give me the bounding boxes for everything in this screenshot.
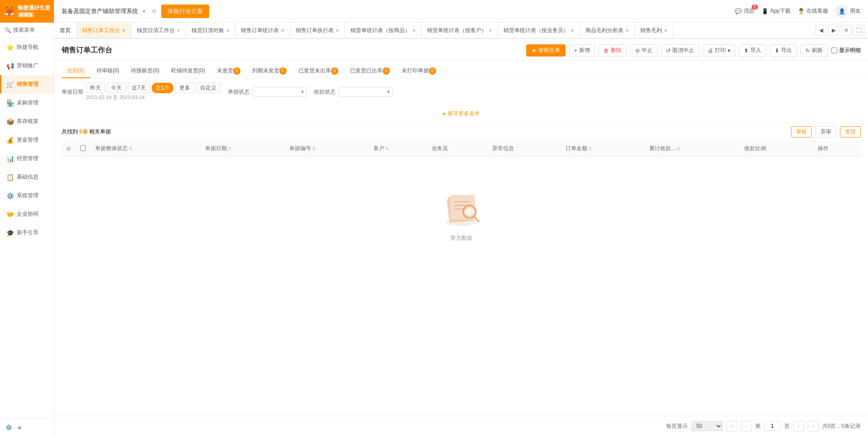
- sidebar-item-guide[interactable]: 🎓 新手引导: [0, 223, 54, 242]
- date-btn-today[interactable]: 今天: [107, 83, 126, 93]
- collapse-icon[interactable]: ◀: [17, 424, 21, 431]
- tab-close-cash-reconcile[interactable]: ✕: [226, 28, 230, 33]
- sidebar-item-inventory[interactable]: 📦 库存核算: [0, 112, 54, 131]
- delete-button[interactable]: 🗑 删除: [599, 44, 627, 57]
- page-next-button[interactable]: ›: [793, 421, 804, 431]
- date-btn-1month[interactable]: 近1月: [152, 83, 174, 93]
- date-btn-custom[interactable]: 自定义: [196, 83, 221, 93]
- sidebar-item-base-info[interactable]: 📋 基础信息: [0, 168, 54, 186]
- tab-close-all[interactable]: ✕: [841, 25, 852, 36]
- expand-filter-button[interactable]: ▾ 展开更多条件: [443, 110, 480, 118]
- sidebar-item-sales[interactable]: 🛒 销售管理: [0, 75, 54, 94]
- cancel-stop-button[interactable]: ↺ 取消中止: [661, 44, 699, 57]
- tab-sales-order[interactable]: 销售订单工作台✕: [77, 23, 131, 38]
- subtab-expired-not-shipped[interactable]: 到期未发货0: [247, 64, 292, 78]
- page-size-select[interactable]: 50 10 20 100: [691, 421, 723, 431]
- subtab-shipped-out[interactable]: 已发货已出库0: [345, 64, 395, 78]
- page-input[interactable]: [764, 422, 781, 431]
- subtab-shipped-not-out[interactable]: 已发货未出库0: [293, 64, 344, 78]
- message-icon-item[interactable]: 💬 消息 6: [735, 7, 754, 15]
- subtab-wangpu-pending[interactable]: 旺铺待发货(0): [166, 64, 211, 78]
- show-detail-checkbox-label[interactable]: 显示明细: [831, 47, 861, 54]
- sidebar-search[interactable]: 🔍 搜索菜单: [0, 23, 54, 38]
- tab-close-sales-stats[interactable]: ✕: [281, 28, 284, 33]
- tab-sales-gross[interactable]: 销售毛利✕: [635, 23, 673, 38]
- tab-sales-stats[interactable]: 销售订单统计表✕: [235, 23, 290, 38]
- tab-sale-stats-employee[interactable]: 销货单统计表（按业务员）✕: [498, 23, 580, 38]
- subtab-all[interactable]: 全部(0): [62, 64, 90, 78]
- tab-close-cash-day[interactable]: ✕: [177, 28, 180, 33]
- stop-button[interactable]: ⊘ 中止: [630, 44, 657, 57]
- date-btn-yesterday[interactable]: 昨天: [86, 83, 105, 93]
- page-prev-button[interactable]: ‹: [741, 421, 752, 431]
- refresh-button[interactable]: ↻ 刷新: [801, 44, 828, 57]
- page-first-button[interactable]: «: [726, 421, 737, 431]
- sidebar-item-marketing[interactable]: 📢 营销推广: [0, 57, 54, 75]
- print-button[interactable]: 🖨 打印 ▾: [703, 44, 735, 57]
- cancel-audit-button[interactable]: 弃审: [815, 126, 836, 137]
- new-button[interactable]: + 新增: [569, 44, 595, 57]
- tab-close-sales-order[interactable]: ✕: [122, 28, 125, 33]
- page-next-label: 页: [784, 422, 790, 430]
- sort-status-icon[interactable]: ⇅: [129, 146, 132, 151]
- export-button[interactable]: ⬇ 导出: [770, 44, 797, 57]
- page-last-button[interactable]: »: [808, 421, 819, 431]
- tab-close-sale-stats-employee[interactable]: ✕: [571, 28, 574, 33]
- dropdown-icon[interactable]: ▾: [143, 8, 145, 14]
- sort-customer-icon[interactable]: ⇅: [385, 146, 389, 151]
- tab-goods-margin[interactable]: 商品毛利分析表✕: [580, 23, 635, 38]
- sort-number-icon[interactable]: ⇅: [312, 146, 316, 151]
- subtab-pending-inspect[interactable]: 待拣验货(0): [125, 64, 165, 78]
- tab-home[interactable]: 首页: [54, 23, 77, 38]
- import-button[interactable]: ⬆ 导入: [739, 44, 766, 57]
- select-all-checkbox[interactable]: [80, 145, 86, 151]
- date-btn-more[interactable]: 更多: [175, 83, 194, 93]
- export-icon: ⬇: [775, 47, 779, 54]
- tab-close-sales-gross[interactable]: ✕: [664, 28, 667, 33]
- user-item[interactable]: 👤 用友: [835, 5, 861, 18]
- tab-cash-day[interactable]: 钱货日清工作台✕: [131, 23, 186, 38]
- th-checkbox[interactable]: [76, 141, 91, 156]
- status-select[interactable]: [252, 87, 307, 97]
- nav-icon-enterprise: 🤝: [6, 211, 14, 218]
- date-btn-7days[interactable]: 近7天: [128, 83, 150, 93]
- sidebar-item-finance[interactable]: 💰 资金管理: [0, 131, 54, 149]
- message-icon: 💬: [735, 8, 742, 14]
- sidebar-item-quick-nav[interactable]: ⭐ 快捷导航: [0, 38, 54, 57]
- tab-close-sales-exec[interactable]: ✕: [336, 28, 339, 33]
- sort-date-icon[interactable]: ⇅: [228, 146, 231, 151]
- solution-button[interactable]: 体验行业方案: [161, 5, 209, 18]
- tab-close-goods-margin[interactable]: ✕: [625, 28, 629, 33]
- tab-fullscreen[interactable]: ⛶: [854, 25, 864, 36]
- app-download-item[interactable]: 📱 App下载: [762, 7, 791, 15]
- sidebar-item-purchase[interactable]: 🏪 采购管理: [0, 94, 54, 112]
- tab-close-sale-stats-product[interactable]: ✕: [412, 28, 416, 33]
- ship-button[interactable]: 发货: [840, 126, 861, 137]
- th-settings[interactable]: ⚙: [62, 141, 76, 156]
- audit-button[interactable]: 审核: [791, 126, 812, 137]
- subtab-pending-audit[interactable]: 待审核(0): [91, 64, 125, 78]
- tab-sales-exec[interactable]: 销售订单执行表✕: [290, 23, 345, 38]
- sort-collected-icon[interactable]: ⇅: [676, 146, 680, 151]
- tab-sale-stats-customer[interactable]: 销货单统计表（按客户）✕: [422, 23, 498, 38]
- sidebar-item-operations[interactable]: 📊 经营管理: [0, 149, 54, 168]
- settings-topbar-icon[interactable]: ⚙: [152, 8, 157, 14]
- tab-scroll-right[interactable]: ▶: [828, 25, 839, 36]
- nav-label-base-info: 基础信息: [17, 173, 38, 181]
- tab-scroll-left[interactable]: ◀: [815, 25, 826, 36]
- settings-icon[interactable]: ⚙️: [5, 424, 12, 431]
- tab-cash-reconcile[interactable]: 钱货日清对账✕: [186, 23, 235, 38]
- subtab-not-shipped[interactable]: 未发货0: [211, 64, 246, 78]
- th-customer: 客户⇅: [369, 141, 427, 156]
- sidebar-item-system[interactable]: ⚙️ 系统管理: [0, 186, 54, 205]
- subtab-not-printed[interactable]: 未打印单据0: [396, 64, 441, 78]
- smart-order-button[interactable]: ★ 智能生单: [526, 44, 566, 57]
- show-detail-checkbox[interactable]: [831, 47, 837, 53]
- tab-sale-stats-product[interactable]: 销货单统计表（按商品）✕: [345, 23, 422, 38]
- tab-close-sale-stats-customer[interactable]: ✕: [489, 28, 492, 33]
- sort-amount-icon[interactable]: ⇅: [588, 146, 592, 151]
- user-name: 用友: [850, 7, 861, 15]
- payment-select[interactable]: [338, 87, 393, 97]
- sidebar-item-enterprise[interactable]: 🤝 企业协同: [0, 205, 54, 223]
- online-service-item[interactable]: 👨‍💼 在线客服: [798, 7, 828, 15]
